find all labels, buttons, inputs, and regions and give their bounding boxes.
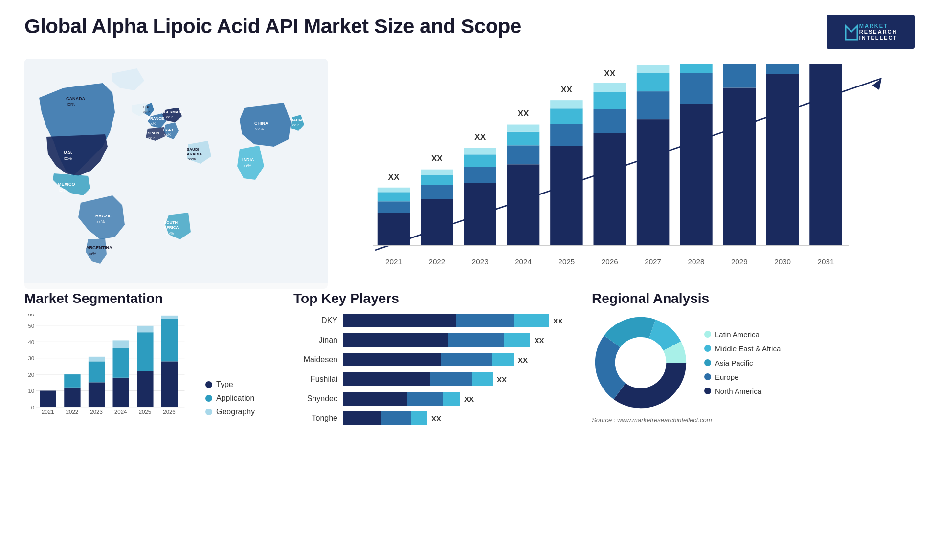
country-india: INDIA: [242, 157, 254, 162]
svg-rect-28: [421, 185, 453, 199]
svg-rect-101: [89, 357, 105, 362]
svg-rect-42: [507, 125, 540, 132]
svg-text:2026: 2026: [163, 409, 175, 415]
svg-rect-53: [594, 92, 626, 109]
svg-rect-48: [550, 100, 583, 108]
donut-area: Latin America Middle East & Africa Asia …: [592, 314, 915, 411]
svg-text:XX: XX: [604, 69, 615, 78]
svg-rect-99: [89, 382, 105, 407]
svg-text:XX: XX: [561, 85, 572, 94]
svg-rect-104: [113, 340, 129, 348]
svg-rect-54: [594, 83, 626, 92]
svg-rect-64: [680, 73, 713, 104]
svg-rect-107: [137, 326, 153, 332]
legend-type-label: Type: [216, 380, 233, 389]
svg-text:2023: 2023: [90, 409, 102, 415]
map-section: CANADA xx% U.S. xx% MEXICO xx% BRAZIL xx…: [24, 59, 328, 289]
logo-text-2: RESEARCH: [859, 29, 897, 35]
logo-area: MARKET RESEARCH INTELLECT: [827, 15, 915, 49]
segmentation-chart: 0 10 20 30 40 50 60: [24, 314, 191, 416]
svg-rect-47: [550, 108, 583, 124]
country-saudi: SAUDI: [187, 147, 199, 151]
legend-geo-label: Geography: [216, 408, 255, 416]
svg-text:2031: 2031: [818, 258, 834, 266]
player-name-tonghe: Tonghe: [293, 414, 337, 423]
svg-text:60: 60: [28, 314, 34, 317]
legend-application: Application: [205, 394, 255, 403]
legend-latin-america: Latin America: [704, 330, 781, 339]
svg-rect-24: [378, 188, 410, 193]
player-row-shyndec: Shyndec XX: [293, 392, 577, 406]
legend-geo-dot: [205, 409, 212, 415]
svg-rect-21: [378, 213, 410, 246]
bar-2028: XX 2028: [680, 64, 713, 266]
players-chart: DKY XX Jinan: [293, 314, 577, 425]
player-name-jinan: Jinan: [293, 336, 337, 345]
country-germany: GERMANY: [164, 110, 184, 114]
player-bar-maidesen: XX: [343, 353, 577, 366]
svg-text:2021: 2021: [385, 258, 402, 266]
legend-geography: Geography: [205, 408, 255, 416]
country-canada: CANADA: [66, 96, 85, 101]
svg-rect-23: [378, 192, 410, 201]
country-southafrica: SOUTH: [164, 220, 178, 225]
svg-text:2026: 2026: [602, 258, 618, 266]
svg-rect-41: [507, 132, 540, 146]
svg-text:XX: XX: [474, 132, 486, 142]
player-name-fushilai: Fushilai: [293, 375, 337, 384]
svg-text:xx%: xx%: [64, 156, 72, 161]
svg-text:xx%: xx%: [149, 121, 156, 126]
player-xx-maidesen: XX: [518, 356, 528, 364]
country-brazil: BRAZIL: [95, 214, 112, 218]
legend-apac-dot: [704, 359, 711, 366]
legend-type-dot: [205, 381, 212, 388]
svg-point-122: [616, 338, 665, 387]
svg-rect-96: [40, 391, 56, 407]
logo-text-3: INTELLECT: [859, 35, 898, 41]
legend-latin-dot: [704, 331, 711, 338]
svg-rect-109: [161, 319, 178, 362]
svg-text:xx%: xx%: [188, 157, 196, 161]
svg-text:XX: XX: [388, 172, 400, 182]
svg-text:2030: 2030: [774, 258, 791, 266]
player-row-fushilai: Fushilai XX: [293, 372, 577, 386]
svg-rect-29: [421, 175, 453, 185]
country-japan: JAPAN: [291, 118, 304, 122]
svg-rect-33: [464, 183, 496, 245]
player-row-jinan: Jinan XX: [293, 333, 577, 347]
svg-text:XX: XX: [518, 109, 529, 118]
svg-rect-102: [113, 378, 129, 407]
svg-rect-65: [680, 64, 713, 73]
svg-text:2024: 2024: [515, 258, 532, 266]
svg-text:xx%: xx%: [166, 231, 174, 236]
bar-2030: XX 2030: [766, 64, 799, 266]
svg-rect-35: [464, 154, 496, 167]
player-name-maidesen: Maidesen: [293, 355, 337, 364]
svg-text:2025: 2025: [559, 258, 575, 266]
svg-marker-0: [846, 26, 857, 40]
players-section: Top Key Players DKY XX: [293, 291, 577, 432]
legend-middle-east: Middle East & Africa: [704, 345, 781, 353]
svg-rect-36: [464, 148, 496, 154]
logo-icon: [844, 22, 859, 42]
svg-rect-63: [680, 104, 713, 246]
seg-chart: 0 10 20 30 40 50 60: [24, 314, 279, 416]
svg-text:xx%: xx%: [148, 136, 155, 140]
regional-title: Regional Analysis: [592, 291, 915, 306]
svg-rect-60: [637, 65, 670, 73]
svg-text:xx%: xx%: [166, 115, 173, 119]
player-xx-shyndec: XX: [464, 395, 474, 403]
country-italy: ITALY: [163, 128, 174, 132]
player-xx-fushilai: XX: [497, 375, 507, 384]
logo-box: MARKET RESEARCH INTELLECT: [827, 15, 915, 49]
player-row-dky: DKY XX: [293, 314, 577, 327]
legend-apac-label: Asia Pacific: [715, 359, 753, 367]
svg-rect-105: [137, 371, 153, 407]
legend-europe: Europe: [704, 373, 781, 381]
svg-rect-72: [766, 74, 799, 246]
svg-text:xx%: xx%: [88, 251, 96, 256]
bar-2031: XX 2031: [809, 64, 842, 266]
svg-text:xx%: xx%: [59, 188, 67, 193]
players-title: Top Key Players: [293, 291, 577, 306]
bar-2024: XX 2024: [507, 109, 540, 265]
